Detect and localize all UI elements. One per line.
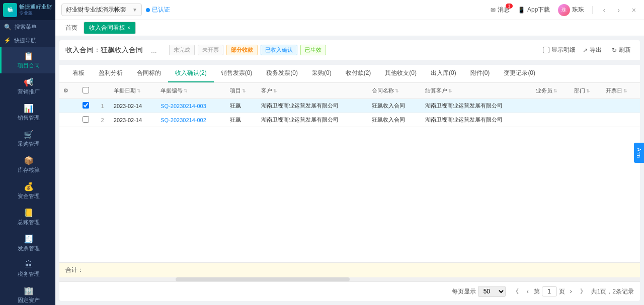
row2-salesperson: [532, 113, 570, 127]
nav-prev-button[interactable]: ‹: [601, 5, 607, 15]
sidebar-item-general[interactable]: 📒 总账管理: [0, 204, 55, 230]
sidebar-item-funds[interactable]: 💰 资金管理: [0, 178, 55, 204]
app-download-button[interactable]: 📱 App下载: [518, 6, 550, 14]
sidebar-item-tax[interactable]: 🏛 税务管理: [0, 256, 55, 282]
next-page-button[interactable]: ›: [567, 287, 575, 296]
tab-home[interactable]: 首页: [61, 22, 82, 34]
row1-checkbox[interactable]: [83, 102, 89, 109]
sidebar-item-assets[interactable]: 🏢 固定资产: [0, 282, 55, 305]
status-uncomplete[interactable]: 未完成: [169, 45, 195, 55]
row2-number[interactable]: SQ-20230214-002: [156, 113, 226, 127]
row2-settle-customer: 湖南卫视商业运营发展有限公司: [421, 113, 532, 127]
export-button[interactable]: ↗ 导出: [580, 44, 605, 56]
scroll-thumb[interactable]: [176, 277, 350, 281]
status-active[interactable]: 已生效: [300, 45, 326, 55]
detail-checkbox-input[interactable]: [543, 47, 549, 53]
col-settings[interactable]: ⚙: [59, 83, 76, 99]
sidebar-item-sales[interactable]: 📊 销售管理: [0, 99, 55, 126]
sort-icon: ⇅: [273, 88, 277, 93]
col-customer-header[interactable]: 客户⇅: [257, 83, 368, 99]
company-selector[interactable]: 好业财专业版演示帐套 ▼: [61, 4, 142, 16]
col-date-header[interactable]: 单据日期⇅: [110, 83, 157, 99]
select-all-checkbox[interactable]: [83, 87, 89, 93]
subtab-sales-inv[interactable]: 销售发票(0): [214, 65, 260, 82]
row2-checkbox-cell[interactable]: [76, 113, 96, 127]
prev-page-button[interactable]: ‹: [524, 287, 532, 296]
page-size-select[interactable]: 10 20 50 100: [478, 286, 506, 297]
row1-customer: 湖南卫视商业运营发展有限公司: [257, 99, 368, 113]
more-options-button[interactable]: ...: [148, 46, 160, 54]
subtab-profit[interactable]: 盈利分析: [92, 65, 130, 82]
subtab-confirm[interactable]: 收入确认(2): [168, 65, 214, 82]
subtab-tax-inv[interactable]: 税务发票(0): [259, 65, 305, 82]
settings-icon: ⚙: [63, 87, 68, 93]
marketing-icon: 📢: [24, 77, 34, 87]
first-page-button[interactable]: 《: [510, 286, 522, 297]
project-icon: 📋: [24, 51, 34, 61]
row1-number[interactable]: SQ-20230214-003: [156, 99, 226, 113]
inventory-icon: 📦: [24, 156, 34, 165]
tab-close-icon[interactable]: ×: [127, 25, 130, 31]
row2-open-date: [602, 113, 640, 127]
chevron-down-icon: ▼: [132, 7, 137, 13]
col-open-date-header[interactable]: 开票日⇅: [602, 83, 640, 99]
status-partial[interactable]: 部分收款: [226, 45, 258, 55]
subtab-changes[interactable]: 变更记录(0): [497, 65, 542, 82]
row1-dept: [570, 99, 601, 113]
col-checkbox-header[interactable]: [76, 83, 96, 99]
sidebar-quick-nav[interactable]: ⚡ 快捷导航: [0, 34, 55, 47]
row2-number-link[interactable]: SQ-20230214-002: [160, 117, 206, 123]
subtab-outin[interactable]: 出入库(0): [424, 65, 463, 82]
horizontal-scrollbar[interactable]: [59, 277, 640, 281]
status-confirmed[interactable]: 已收入确认: [261, 45, 297, 55]
col-dept-header[interactable]: 部门⇅: [570, 83, 601, 99]
subtab-kanban[interactable]: 看板: [65, 65, 92, 82]
tab-label: 收入合同看板: [89, 24, 125, 32]
data-table: ⚙ 单据日期⇅ 单据编号⇅ 项目⇅ 客户⇅: [59, 83, 640, 127]
col-settle-customer-header[interactable]: 结算客户⇅: [421, 83, 532, 99]
subtab-purchase[interactable]: 采购(0): [305, 65, 339, 82]
col-contract-name-header[interactable]: 合同名称⇅: [368, 83, 421, 99]
total-bar: 合计：: [59, 262, 640, 277]
nav-close-button[interactable]: ×: [630, 5, 638, 15]
tab-income-contract[interactable]: 收入合同看板 ×: [84, 22, 136, 34]
user-profile[interactable]: 珠 珠珠: [558, 4, 584, 16]
table-container: ⚙ 单据日期⇅ 单据编号⇅ 项目⇅ 客户⇅: [59, 83, 640, 262]
sidebar-item-marketing[interactable]: 📢 营销推广: [0, 73, 55, 99]
subtabs: 看板 盈利分析 合同标的 收入确认(2) 销售发票(0) 税务发票(0) 采购(…: [59, 65, 640, 83]
sidebar-item-invoice[interactable]: 🧾 发票管理: [0, 230, 55, 256]
col-salesperson-header[interactable]: 业务员⇅: [532, 83, 570, 99]
sort-icon: ⇅: [586, 88, 590, 93]
message-button[interactable]: ✉ 消息 1: [491, 6, 510, 14]
row1-checkbox-cell[interactable]: [76, 99, 96, 113]
invoice-icon: 🧾: [24, 234, 34, 244]
row2-checkbox[interactable]: [83, 116, 89, 123]
page-number-input[interactable]: [542, 286, 557, 296]
contract-header: 收入合同：狂飙收入合同 ... 未完成 未开票 部分收款 已收入确认 已生效 显…: [59, 40, 640, 60]
contract-title: 收入合同：狂飙收入合同: [65, 46, 143, 55]
status-uninvoiced[interactable]: 未开票: [198, 45, 223, 55]
sidebar: 畅 畅捷通好业财 专业版 🔍 搜索菜单 ⚡ 快捷导航 📋 项目合同 📢 营销推广…: [0, 0, 55, 305]
subtab-standard[interactable]: 合同标的: [130, 65, 168, 82]
last-page-button[interactable]: 》: [577, 286, 589, 297]
table-row: 2 2023-02-14 SQ-20230214-002 狂飙 湖南卫视商业运营…: [59, 113, 640, 127]
row1-settings: [59, 99, 76, 113]
col-project-header[interactable]: 项目⇅: [226, 83, 257, 99]
subtab-attach[interactable]: 附件(0): [463, 65, 497, 82]
row2-settings: [59, 113, 76, 127]
refresh-button[interactable]: ↻ 刷新: [609, 44, 634, 56]
sidebar-item-project[interactable]: 📋 项目合同: [0, 47, 55, 73]
refresh-icon: ↻: [612, 47, 617, 54]
sidebar-search[interactable]: 🔍 搜索菜单: [0, 20, 55, 34]
sidebar-item-inventory[interactable]: 📦 库存核算: [0, 152, 55, 178]
col-number-header[interactable]: 单据编号⇅: [156, 83, 226, 99]
row1-number-link[interactable]: SQ-20230214-003: [160, 103, 206, 109]
topbar: 好业财专业版演示帐套 ▼ 已认证 ✉ 消息 1 📱 App下载 珠 珠珠: [55, 0, 644, 20]
nav-next-button[interactable]: ›: [615, 5, 622, 15]
sidebar-item-purchase[interactable]: 🛒 采购管理: [0, 126, 55, 152]
subtab-payment[interactable]: 收付款(2): [339, 65, 378, 82]
show-detail-checkbox[interactable]: 显示明细: [543, 46, 576, 54]
arm-float-button[interactable]: Arm: [634, 142, 644, 162]
topbar-right: ✉ 消息 1 📱 App下载 珠 珠珠 ‹ › ×: [491, 4, 638, 16]
subtab-other[interactable]: 其他收支(0): [378, 65, 424, 82]
